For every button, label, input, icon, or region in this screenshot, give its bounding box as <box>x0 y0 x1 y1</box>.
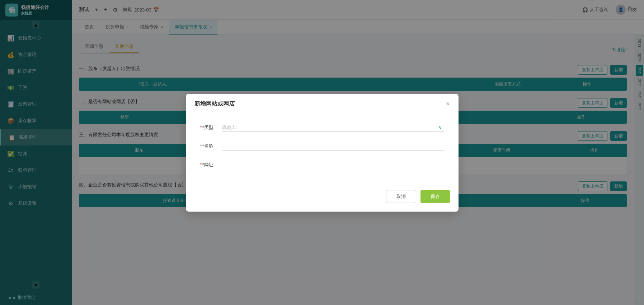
dialog-body: **类型 ∨ **名称 **网址 <box>186 113 459 186</box>
dialog-add-website: 新增网站或网店 × **类型 ∨ **名称 <box>186 94 459 212</box>
save-button[interactable]: 保存 <box>420 190 450 203</box>
type-input[interactable] <box>222 123 444 131</box>
url-input[interactable] <box>222 161 444 169</box>
cancel-button[interactable]: 取消 <box>386 190 416 203</box>
name-input[interactable] <box>222 142 444 150</box>
form-row-url: **网址 <box>200 161 444 169</box>
form-row-name: **名称 <box>200 142 444 151</box>
dialog-close-button[interactable]: × <box>446 100 450 108</box>
dialog-title: 新增网站或网店 <box>194 100 235 108</box>
url-input-wrap <box>222 161 444 169</box>
form-row-type: **类型 ∨ <box>200 123 444 132</box>
url-label: **网址 <box>200 162 222 168</box>
dialog-header: 新增网站或网店 × <box>186 94 459 113</box>
dialog-footer: 取消 保存 <box>186 186 459 212</box>
modal-overlay[interactable]: 新增网站或网店 × **类型 ∨ **名称 <box>0 0 644 305</box>
name-input-wrap <box>222 142 444 151</box>
name-label: **名称 <box>200 143 222 149</box>
type-input-wrap: ∨ <box>222 123 444 132</box>
type-label: **类型 <box>200 124 222 131</box>
